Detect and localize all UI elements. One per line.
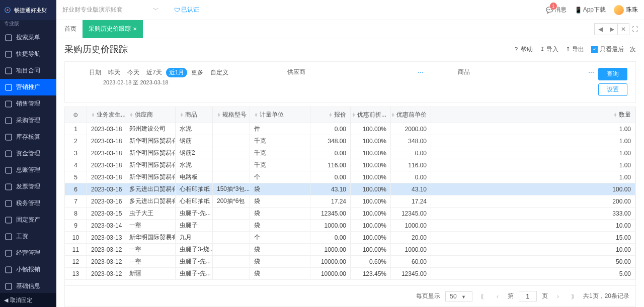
table-row[interactable]: 122023-03-12一壑虫腿子-先...袋10000.000.60%60.0… <box>65 256 635 268</box>
cell-date: 2023-03-12 <box>87 256 125 267</box>
page-first[interactable]: ⟪ <box>477 291 488 301</box>
gear-icon[interactable]: ⚙ <box>73 112 78 119</box>
sidebar-item-cart[interactable]: 销售管理 <box>0 95 56 112</box>
cell-product: 虫腿子3-烧... <box>176 244 213 255</box>
sidebar-item-doc[interactable]: 项目合同 <box>0 62 56 79</box>
th-supplier[interactable]: ▲▼供应商 <box>125 107 176 123</box>
close-icon[interactable]: ✕ <box>133 26 137 32</box>
cell-price: 0.00 <box>310 147 351 159</box>
th-date[interactable]: ▲▼业务发生... <box>87 107 125 123</box>
cell-disc: 100.00% <box>351 244 391 255</box>
table-row[interactable]: 52023-03-18新华明国际贸易有限...电路板个0.00100.00%0.… <box>65 171 635 183</box>
sidebar-item-book[interactable]: 总账管理 <box>0 162 56 178</box>
table-row[interactable]: 132023-03-12新疆虫腿子-先...袋10000.00123.45%12… <box>65 268 635 280</box>
sidebar-item-stock[interactable]: 库存核算 <box>0 129 56 145</box>
page-next[interactable]: › <box>553 291 563 301</box>
table-row[interactable]: 102023-03-13新华明国际贸易有限...九月个0.00100.00%20… <box>65 232 635 244</box>
sidebar-item-label: 固定资产 <box>16 216 40 224</box>
th-disc[interactable]: ▲▼优惠前折... <box>351 107 391 123</box>
th-qty[interactable]: ▲▼数量 <box>431 107 635 123</box>
per-page-select[interactable]: 50 ▼ <box>445 291 472 301</box>
sidebar-item-pkg[interactable]: 采购管理 <box>0 112 56 129</box>
help-button[interactable]: ？帮助 <box>513 45 533 54</box>
th-spec[interactable]: ▲▼规格型号 <box>213 107 250 123</box>
logo-icon <box>4 7 11 14</box>
sidebar-item-mgmt[interactable]: 经营管理 <box>0 245 56 261</box>
user-menu[interactable]: 珠珠 <box>614 5 638 15</box>
date-tab-3[interactable]: 近1月 <box>166 68 188 77</box>
tab-purchase-history[interactable]: 采购历史价跟踪 ✕ <box>83 20 143 38</box>
app-download[interactable]: 📱 App下载 <box>575 6 606 14</box>
sidebar-item-invoice[interactable]: 发票管理 <box>0 178 56 195</box>
sidebar-item-home[interactable]: 快捷导航 <box>0 46 56 62</box>
th-uprice[interactable]: ▲▼优惠前单价 <box>391 107 431 123</box>
date-tab-2[interactable]: 近7天 <box>143 68 165 77</box>
asset-icon <box>5 217 12 224</box>
sidebar-item-salary[interactable]: 工资 <box>0 228 56 245</box>
settings-button[interactable]: 设置 <box>598 83 627 96</box>
th-product[interactable]: ▲▼商品 <box>176 107 213 123</box>
table-row[interactable]: 22023-03-18新华明国际贸易有限...钢筋千克348.00100.00%… <box>65 135 635 147</box>
page-prev[interactable]: ‹ <box>493 291 503 301</box>
tab-prev[interactable]: ◀ <box>594 23 606 35</box>
table-row[interactable]: 112023-03-12一壑虫腿子3-烧...袋1000.00100.00%10… <box>65 244 635 256</box>
sidebar-item-money[interactable]: 资金管理 <box>0 145 56 162</box>
table-row[interactable]: 62023-03-16多元进出口贸易有限...心相印抽纸 ...150抽*3包.… <box>65 183 635 195</box>
query-button[interactable]: 查询 <box>598 68 627 80</box>
table-row[interactable]: 32023-03-18新华明国际贸易有限...钢筋2千克0.00100.00%0… <box>65 147 635 159</box>
cell-uprice: 2000.00 <box>391 123 431 135</box>
table-row[interactable]: 12023-03-18郑州建设公司水泥件0.00100.00%2000.001.… <box>65 123 635 135</box>
cell-price: 10000.00 <box>310 256 351 267</box>
table-row[interactable]: 92023-03-14一壑虫腿子袋1000.00100.00%1000.0010… <box>65 220 635 232</box>
sidebar-item-expense[interactable]: 小畅报销 <box>0 261 56 278</box>
sidebar-item-grid[interactable]: 营销推广 <box>0 79 56 95</box>
table-row[interactable]: 82023-03-15虫子大王虫腿子-先...袋12345.00100.00%1… <box>65 208 635 220</box>
sidebar-item-tax[interactable]: 税务管理 <box>0 195 56 212</box>
sidebar-item-base[interactable]: 基础信息 <box>0 278 56 293</box>
sidebar-pin-toggle[interactable]: ◀ 取消固定 <box>0 293 56 307</box>
sidebar-item-label: 工资 <box>16 232 28 241</box>
tab-home[interactable]: 首页 <box>58 20 83 38</box>
cell-qty: 1.00 <box>431 159 635 171</box>
cell-uprice: 17.24 <box>391 195 431 207</box>
cell-qty: 1.00 <box>431 123 635 135</box>
only-last-checkbox[interactable]: ✓ 只看最后一次 <box>591 45 636 54</box>
stock-icon <box>5 134 12 141</box>
cell-unit: 袋 <box>250 256 310 267</box>
export-icon: ↥ <box>566 46 571 53</box>
cell-qty: 10.00 <box>431 220 635 231</box>
cell-supplier: 新华明国际贸易有限... <box>125 159 176 171</box>
tab-close-all[interactable]: ✕ <box>617 23 629 35</box>
page-input[interactable] <box>519 291 537 301</box>
help-label: 帮助 <box>521 45 533 54</box>
notifications[interactable]: 💬 消息 1 <box>546 6 567 14</box>
product-picker[interactable]: ⋯ <box>588 69 595 76</box>
sidebar-item-asset[interactable]: 固定资产 <box>0 212 56 228</box>
date-tab-0[interactable]: 昨天 <box>105 68 123 77</box>
tenant-select[interactable]: 好业财专业版演示账套 ﹀ <box>62 6 159 14</box>
tab-next[interactable]: ▶ <box>606 23 618 35</box>
fullscreen-button[interactable]: ⛶ <box>629 23 641 35</box>
date-tab-1[interactable]: 今天 <box>124 68 142 77</box>
sidebar-item-search[interactable]: 搜索菜单 <box>0 29 56 46</box>
export-button[interactable]: ↥导出 <box>566 45 584 54</box>
table-row[interactable]: 72023-03-16多元进出口贸易有限...心相印抽纸 ...200抽*6包袋… <box>65 195 635 208</box>
only-last-label: 只看最后一次 <box>600 45 636 54</box>
import-button[interactable]: ↧导入 <box>540 45 558 54</box>
page-last[interactable]: ⟫ <box>568 291 578 301</box>
supplier-picker[interactable]: ⋯ <box>418 69 425 76</box>
cell-supplier: 新华明国际贸易有限... <box>125 232 176 243</box>
th-price[interactable]: ▲▼报价 <box>310 107 351 123</box>
cell-qty: 1.00 <box>431 147 635 159</box>
date-tab-4[interactable]: 更多 <box>188 68 206 77</box>
th-unit[interactable]: ▲▼计量单位 <box>250 107 310 123</box>
cell-disc: 100.00% <box>351 135 391 147</box>
cell-qty: 1.00 <box>431 135 635 147</box>
date-tab-5[interactable]: 自定义 <box>207 68 231 77</box>
row-index: 11 <box>65 244 87 255</box>
cell-supplier: 多元进出口贸易有限... <box>125 183 176 195</box>
tenant-name: 好业财专业版演示账套 <box>62 6 123 14</box>
table-row[interactable]: 42023-03-18新华明国际贸易有限...水泥千克116.00100.00%… <box>65 159 635 171</box>
cell-spec <box>213 135 250 147</box>
cell-product: 水泥 <box>176 123 213 135</box>
